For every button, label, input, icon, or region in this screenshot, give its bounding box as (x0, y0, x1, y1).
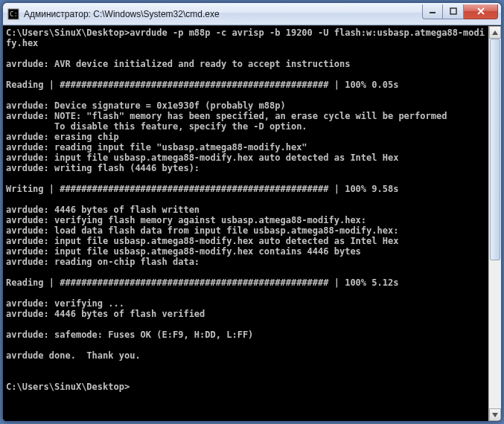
terminal-line (6, 90, 485, 100)
vertical-scrollbar[interactable] (488, 26, 501, 421)
terminal-line (6, 340, 485, 350)
terminal-line: avrdude: load data flash data from input… (6, 225, 485, 236)
svg-rect-3 (450, 8, 456, 14)
scroll-thumb[interactable] (490, 39, 500, 260)
terminal-line: avrdude: input file usbasp.atmega88-modi… (6, 236, 485, 246)
terminal-line: avrdude: safemode: Fuses OK (E:F9, H:DD,… (6, 330, 485, 340)
minimize-button[interactable] (422, 4, 443, 19)
chevron-down-icon (492, 413, 498, 417)
terminal-line (6, 173, 485, 184)
svg-text:C:: C: (10, 10, 18, 18)
titlebar[interactable]: C: Администратор: C:\Windows\System32\cm… (3, 3, 501, 25)
terminal-line: avrdude: input file usbasp.atmega88-modi… (6, 152, 485, 163)
terminal-line (6, 361, 485, 371)
terminal-line: avrdude: writing flash (4446 bytes): (6, 163, 485, 173)
terminal-line (6, 267, 485, 277)
terminal-line (6, 288, 485, 298)
terminal-line: avrdude: AVR device initialized and read… (6, 59, 485, 69)
terminal-line (6, 48, 485, 59)
cmd-window: C: Администратор: C:\Windows\System32\cm… (2, 2, 502, 422)
terminal-line: avrdude: 4446 bytes of flash verified (6, 309, 485, 319)
scroll-down-button[interactable] (489, 408, 501, 421)
terminal-line (6, 319, 485, 330)
cmd-icon: C: (7, 8, 19, 20)
terminal-line: avrdude: verifying flash memory against … (6, 215, 485, 225)
terminal-line: C:\Users\SinuX\Desktop>avrdude -p m88p -… (6, 28, 485, 48)
terminal-line: To disable this feature, specify the -D … (6, 121, 485, 132)
svg-marker-7 (492, 413, 498, 417)
terminal-line: Reading | ##############################… (6, 277, 485, 288)
svg-marker-6 (492, 30, 498, 35)
terminal-line: C:\Users\SinuX\Desktop> (6, 382, 485, 392)
terminal-line (6, 69, 485, 80)
close-button[interactable] (464, 4, 498, 19)
terminal-line: avrdude done. Thank you. (6, 350, 485, 361)
maximize-button[interactable] (443, 4, 464, 19)
terminal-line: Writing | ##############################… (6, 184, 485, 194)
terminal-line: avrdude: Device signature = 0x1e930f (pr… (6, 100, 485, 111)
minimize-icon (429, 7, 436, 15)
svg-rect-2 (430, 12, 436, 13)
terminal-output[interactable]: C:\Users\SinuX\Desktop>avrdude -p m88p -… (3, 26, 488, 421)
scroll-up-button[interactable] (489, 26, 501, 39)
terminal-line: Reading | ##############################… (6, 80, 485, 90)
window-controls (422, 4, 498, 19)
terminal-line: avrdude: 4446 bytes of flash written (6, 205, 485, 215)
scroll-track[interactable] (489, 39, 501, 408)
terminal-line: avrdude: reading on-chip flash data: (6, 257, 485, 267)
chevron-up-icon (492, 30, 498, 35)
terminal-line (6, 371, 485, 382)
terminal-line (6, 194, 485, 205)
close-icon (476, 7, 485, 15)
terminal-line: avrdude: erasing chip (6, 132, 485, 142)
terminal-area: C:\Users\SinuX\Desktop>avrdude -p m88p -… (3, 25, 501, 421)
terminal-line: avrdude: NOTE: "flash" memory has been s… (6, 111, 485, 121)
window-title: Администратор: C:\Windows\System32\cmd.e… (24, 9, 422, 19)
maximize-icon (450, 7, 457, 15)
terminal-line: avrdude: verifying ... (6, 298, 485, 309)
terminal-line: avrdude: input file usbasp.atmega88-modi… (6, 246, 485, 257)
terminal-line: avrdude: reading input file "usbasp.atme… (6, 142, 485, 152)
